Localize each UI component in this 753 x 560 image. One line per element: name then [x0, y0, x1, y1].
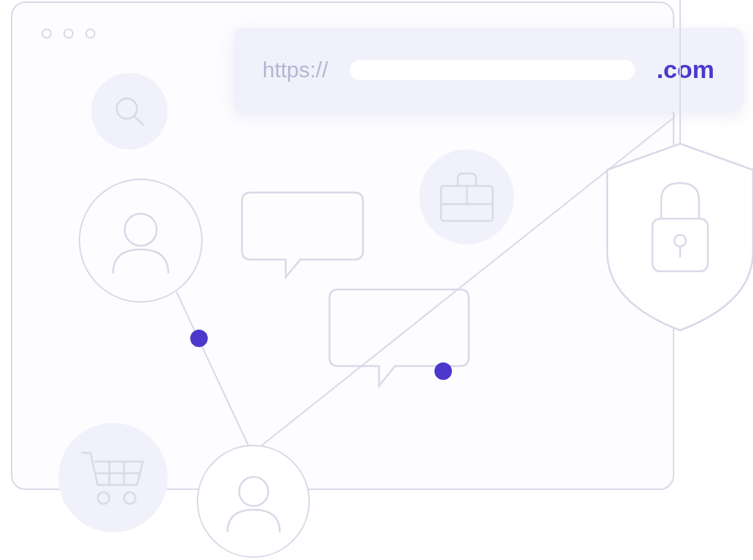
svg-point-17	[239, 477, 268, 506]
connection-node	[190, 330, 208, 347]
tld-label: .com	[657, 55, 714, 84]
user-avatar-large	[79, 179, 203, 303]
url-input[interactable]	[350, 60, 635, 80]
shopping-cart-badge	[58, 423, 168, 532]
protocol-label: https://	[262, 58, 328, 82]
shield-lock-icon	[600, 142, 753, 332]
svg-point-0	[117, 98, 137, 119]
minimize-dot[interactable]	[63, 28, 74, 39]
maximize-dot[interactable]	[85, 28, 95, 39]
briefcase-badge	[419, 149, 514, 244]
user-icon	[220, 468, 287, 535]
briefcase-icon	[440, 171, 494, 222]
close-dot[interactable]	[42, 28, 52, 39]
address-bar[interactable]: https:// .com	[233, 28, 744, 112]
user-icon	[104, 204, 177, 277]
svg-point-2	[125, 214, 157, 246]
security-shield	[600, 142, 753, 332]
search-icon	[112, 94, 147, 129]
shopping-cart-icon	[80, 448, 146, 507]
svg-line-1	[135, 117, 143, 125]
search-button[interactable]	[91, 73, 168, 149]
svg-point-9	[98, 492, 109, 504]
window-controls	[42, 28, 95, 39]
connection-node	[434, 362, 452, 380]
user-avatar-bottom	[197, 445, 310, 558]
svg-point-10	[124, 492, 136, 504]
speech-bubble-icon	[241, 191, 364, 285]
